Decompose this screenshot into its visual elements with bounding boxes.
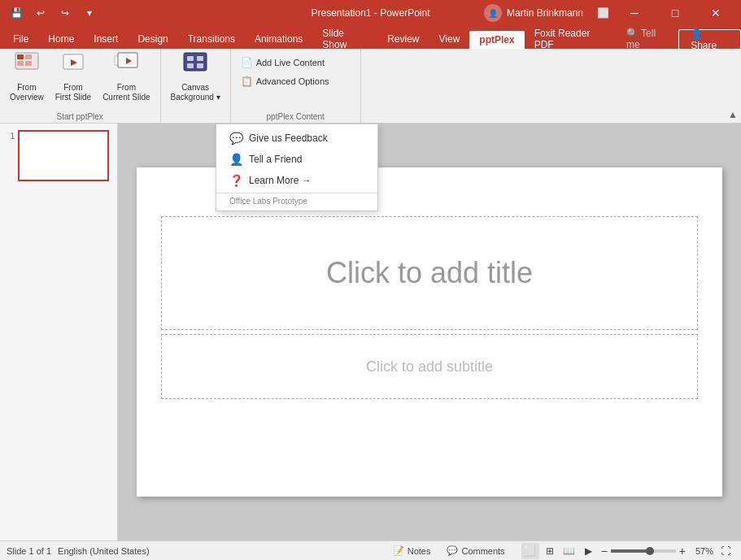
tell-friend-label: Tell a Friend xyxy=(249,154,302,165)
ribbon: FromOverview FromFirst Slide xyxy=(0,49,741,124)
svg-rect-16 xyxy=(197,63,203,68)
zoom-percentage[interactable]: 57% xyxy=(689,546,713,556)
ribbon-group-canvas: CanvasBackground ▾ xyxy=(161,49,231,123)
give-feedback-label: Give us Feedback xyxy=(249,132,328,144)
zoom-minus-button[interactable]: − xyxy=(601,545,608,558)
tab-pptplex[interactable]: pptPlex xyxy=(469,29,524,49)
give-feedback-item[interactable]: 💬 Give us Feedback xyxy=(216,128,377,149)
canvas-background-button[interactable]: CanvasBackground ▾ xyxy=(166,52,225,101)
view-buttons: ⬜ ⊞ 📖 ▶ xyxy=(521,543,598,559)
tab-transitions[interactable]: Transitions xyxy=(178,29,245,49)
advanced-options-label: Advanced Options xyxy=(256,76,329,86)
tell-friend-icon: 👤 xyxy=(229,153,242,166)
zoom-plus-button[interactable]: + xyxy=(679,545,686,558)
add-live-content-icon: 📄 xyxy=(241,57,253,68)
tab-animations[interactable]: Animations xyxy=(245,29,312,49)
slide-number: 1 xyxy=(3,130,15,141)
svg-rect-2 xyxy=(25,54,32,59)
fit-slide-button[interactable]: ⛶ xyxy=(717,543,734,559)
close-button[interactable]: ✕ xyxy=(697,0,734,26)
notes-label: Notes xyxy=(408,546,431,556)
from-overview-label: FromOverview xyxy=(10,83,44,102)
user-info: 👤 Martin Brinkmann xyxy=(484,4,583,22)
tab-slideshow[interactable]: Slide Show xyxy=(312,29,377,49)
tab-review[interactable]: Review xyxy=(377,29,429,49)
save-qat-button[interactable]: 💾 xyxy=(7,3,26,23)
language-info: English (United States) xyxy=(58,546,150,556)
from-first-slide-label: FromFirst Slide xyxy=(55,83,91,102)
maximize-button[interactable]: □ xyxy=(656,0,694,26)
zoom-bar: − + 57% xyxy=(601,545,713,558)
user-avatar: 👤 xyxy=(484,4,502,22)
slide-subtitle-box[interactable]: Click to add subtitle xyxy=(161,334,698,399)
customize-qat-button[interactable]: ▾ xyxy=(80,3,99,23)
from-current-slide-button[interactable]: FromCurrent Slide xyxy=(98,52,155,101)
notes-icon: 📝 xyxy=(393,545,404,556)
learn-more-item[interactable]: ❓ Learn More → xyxy=(216,170,377,191)
tab-share[interactable]: 👤 Share xyxy=(678,29,741,49)
dropdown-divider xyxy=(216,193,377,193)
title-bar-left: 💾 ↩ ↪ ▾ xyxy=(7,3,99,23)
comments-label: Comments xyxy=(461,546,504,556)
comments-icon: 💬 xyxy=(447,545,458,556)
advanced-options-button[interactable]: 📋 Advanced Options xyxy=(236,72,334,90)
from-overview-button[interactable]: FromOverview xyxy=(5,52,49,101)
tab-home[interactable]: Home xyxy=(38,29,84,49)
pptplex-content-group-label: pptPlex Content xyxy=(236,111,355,121)
dropdown-panel: 💬 Give us Feedback 👤 Tell a Friend ❓ Lea… xyxy=(216,124,378,211)
first-slide-icon xyxy=(60,51,86,81)
tab-view[interactable]: View xyxy=(429,29,470,49)
svg-rect-3 xyxy=(17,61,24,66)
ribbon-display-button[interactable]: ⬜ xyxy=(593,3,612,23)
office-labs-label: Office Labs Prototype xyxy=(216,195,377,207)
slide-subtitle-placeholder: Click to add subtitle xyxy=(366,358,493,376)
ribbon-group-start-pptplex: FromOverview FromFirst Slide xyxy=(0,49,161,123)
zoom-thumb[interactable] xyxy=(646,547,654,555)
tell-friend-item[interactable]: 👤 Tell a Friend xyxy=(216,149,377,170)
notes-button[interactable]: 📝 Notes xyxy=(386,541,438,561)
comments-button[interactable]: 💬 Comments xyxy=(440,541,511,561)
add-live-content-label: Add Live Content xyxy=(256,58,325,67)
undo-qat-button[interactable]: ↩ xyxy=(31,3,50,23)
normal-view-button[interactable]: ⬜ xyxy=(521,543,539,559)
tab-insert[interactable]: Insert xyxy=(84,29,128,49)
slide-canvas[interactable]: Click to add title Click to add subtitle xyxy=(137,167,722,497)
slide-title-box[interactable]: Click to add title xyxy=(161,216,698,330)
slide-sorter-button[interactable]: ⊞ xyxy=(541,543,559,559)
canvas-background-label: CanvasBackground ▾ xyxy=(171,83,220,102)
from-current-slide-label: FromCurrent Slide xyxy=(102,83,150,102)
canvas-bg-icon xyxy=(182,51,208,81)
zoom-slider[interactable] xyxy=(611,549,676,553)
start-pptplex-group-label: Start pptPlex xyxy=(5,111,155,121)
reading-view-button[interactable]: 📖 xyxy=(560,543,578,559)
slide-panel: 1 xyxy=(0,124,118,540)
tab-design[interactable]: Design xyxy=(128,29,177,49)
current-slide-icon xyxy=(113,51,139,81)
tab-foxit[interactable]: Foxit Reader PDF xyxy=(525,29,617,49)
svg-rect-13 xyxy=(187,56,194,61)
ribbon-group-pptplex-content-inner: 📄 Add Live Content 📋 Advanced Options xyxy=(236,52,334,111)
pptplex-content-col: 📄 Add Live Content 📋 Advanced Options xyxy=(236,52,334,90)
svg-rect-4 xyxy=(25,61,32,66)
status-bar-right: 📝 Notes 💬 Comments ⬜ ⊞ 📖 ▶ − + 57% ⛶ xyxy=(386,541,734,561)
overview-icon xyxy=(14,51,40,81)
feedback-icon: 💬 xyxy=(229,132,242,145)
canvas-area: Click to add title Click to add subtitle xyxy=(118,124,741,540)
ribbon-collapse-button[interactable]: ▲ xyxy=(725,49,741,124)
add-live-content-button[interactable]: 📄 Add Live Content xyxy=(236,54,334,72)
advanced-options-icon: 📋 xyxy=(241,76,253,87)
svg-rect-12 xyxy=(184,53,207,71)
tab-file[interactable]: File xyxy=(3,29,38,49)
from-first-slide-button[interactable]: FromFirst Slide xyxy=(50,52,96,101)
minimize-button[interactable]: ─ xyxy=(616,0,653,26)
slideshow-view-button[interactable]: ▶ xyxy=(580,543,598,559)
svg-rect-14 xyxy=(197,56,203,61)
user-name: Martin Brinkmann xyxy=(507,7,583,19)
ribbon-group-start-content: FromOverview FromFirst Slide xyxy=(5,52,155,111)
slide-thumbnail[interactable] xyxy=(18,130,109,181)
learn-more-icon: ❓ xyxy=(229,174,242,187)
svg-rect-1 xyxy=(17,54,24,59)
ribbon-group-pptplex-content: 📄 Add Live Content 📋 Advanced Options pp… xyxy=(231,49,361,123)
tab-tellme[interactable]: 🔍 Tell me xyxy=(617,29,678,49)
redo-qat-button[interactable]: ↪ xyxy=(55,3,75,23)
